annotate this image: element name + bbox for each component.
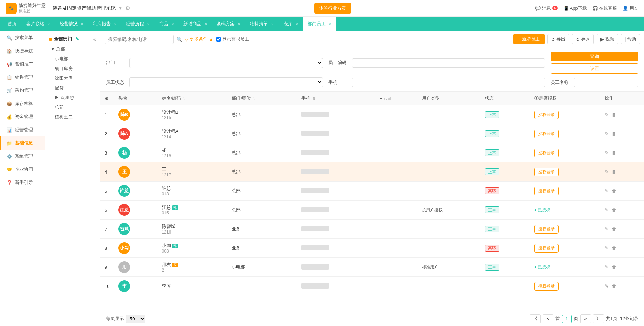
filter-emp-status-select[interactable] xyxy=(129,77,323,87)
delete-icon[interactable]: 🗑 xyxy=(611,169,616,175)
next-page-btn[interactable]: ＞ xyxy=(580,314,591,323)
current-page[interactable]: 1 xyxy=(562,315,572,323)
experience-btn[interactable]: 体验行业方案 xyxy=(314,3,351,14)
first-page-btn[interactable]: 《 xyxy=(530,314,541,323)
tab-barcode-close[interactable]: × xyxy=(238,22,240,26)
sidebar-item-basic[interactable]: 📁 基础信息 xyxy=(0,136,45,150)
filter-phone-input[interactable] xyxy=(352,78,545,87)
delete-icon[interactable]: 🗑 xyxy=(611,207,616,213)
auth-btn[interactable]: 授权登录 xyxy=(534,111,559,119)
tab-barcode[interactable]: 条码方案 × xyxy=(212,17,245,31)
auth-btn[interactable]: 授权登录 xyxy=(534,130,559,138)
tab-warehouse-close[interactable]: × xyxy=(296,22,298,26)
auth-btn[interactable]: 授权登录 xyxy=(534,225,559,234)
edit-icon[interactable]: ✎ xyxy=(605,245,609,251)
page-size-select[interactable]: 50 100 xyxy=(126,315,145,323)
tab-profit[interactable]: 利润报告 × xyxy=(88,17,121,31)
sidebar-item-finance[interactable]: 💰 资金管理 xyxy=(0,110,45,123)
view-btn[interactable]: ▶ 视频 xyxy=(597,34,618,44)
edit-icon[interactable]: ✎ xyxy=(605,131,609,136)
dept-item-project-storage[interactable]: 项目库房 xyxy=(48,64,97,73)
tab-customer[interactable]: 客户联络 × xyxy=(21,17,55,31)
message-btn[interactable]: 💬 消息 6 xyxy=(535,5,558,11)
query-btn[interactable]: 查询 xyxy=(551,52,638,61)
sidebar-item-search[interactable]: 🔍 搜索菜单 xyxy=(0,31,45,44)
tab-home[interactable]: 首页 xyxy=(3,17,21,31)
sidebar-item-nav[interactable]: 🏠 快捷导航 xyxy=(0,44,45,58)
edit-icon[interactable]: ✎ xyxy=(605,207,609,213)
sidebar-item-guide[interactable]: ❓ 新手引导 xyxy=(0,176,45,189)
edit-icon[interactable]: ✎ xyxy=(605,150,609,156)
delete-icon[interactable]: 🗑 xyxy=(611,264,616,270)
more-btn[interactable]: | 帮助 xyxy=(621,34,640,44)
sidebar-item-sales[interactable]: 📋 销售管理 xyxy=(0,71,45,84)
import-btn[interactable]: ↻ 导入 xyxy=(572,34,594,44)
tab-bom[interactable]: 物料清单 × xyxy=(245,17,278,31)
dept-item-hq[interactable]: 总部 xyxy=(48,103,97,112)
show-resigned-label[interactable]: 显示离职员工 xyxy=(216,36,249,42)
col-settings[interactable]: ⚙ xyxy=(100,92,114,105)
dept-tree-collapse-icon[interactable]: « xyxy=(93,37,96,42)
tab-history-close[interactable]: × xyxy=(147,22,149,26)
delete-icon[interactable]: 🗑 xyxy=(611,245,616,251)
col-name[interactable]: 姓名/编码 ⇅ xyxy=(158,92,228,105)
edit-icon[interactable]: ✎ xyxy=(605,264,609,270)
dept-tree-edit-icon[interactable]: ✎ xyxy=(75,37,79,42)
more-filter-btn[interactable]: ▽ 更多条件 ▲ xyxy=(185,36,214,42)
delete-icon[interactable]: 🗑 xyxy=(611,112,616,117)
tab-operations-close[interactable]: × xyxy=(81,22,83,26)
show-resigned-checkbox[interactable] xyxy=(216,37,221,42)
tab-employees[interactable]: 部门员工 × xyxy=(303,17,336,31)
online-service-btn[interactable]: 🎧 在线客服 xyxy=(592,5,617,11)
filter-emp-name-input[interactable] xyxy=(574,78,638,87)
sidebar-item-marketing[interactable]: 📢 营销推广 xyxy=(0,58,45,71)
auth-btn[interactable]: 授权登录 xyxy=(534,282,559,291)
edit-icon[interactable]: ✎ xyxy=(605,226,609,232)
auth-btn[interactable]: 授权登录 xyxy=(534,244,559,253)
tab-product-close[interactable]: × xyxy=(172,22,174,26)
add-employee-btn[interactable]: + 新增员工 xyxy=(513,34,545,44)
dept-item-plant[interactable]: 植树王二 xyxy=(48,112,97,122)
sidebar-item-collab[interactable]: 🤝 企业协同 xyxy=(0,163,45,176)
edit-icon[interactable]: ✎ xyxy=(605,112,609,117)
tab-product[interactable]: 商品 × xyxy=(154,17,179,31)
dept-item-small-elec[interactable]: 小电部 xyxy=(48,54,97,64)
edit-icon[interactable]: ✎ xyxy=(605,169,609,175)
col-dept[interactable]: 部门/职位 ⇅ xyxy=(227,92,297,105)
delete-icon[interactable]: 🗑 xyxy=(611,283,616,289)
tab-profit-close[interactable]: × xyxy=(114,22,116,26)
filter-emp-code-input[interactable] xyxy=(352,58,545,68)
delete-icon[interactable]: 🗑 xyxy=(611,226,616,232)
edit-icon[interactable]: ✎ xyxy=(605,188,609,194)
tab-new-product[interactable]: 新增商品 × xyxy=(179,17,212,31)
app-download-btn[interactable]: 📱 App下载 xyxy=(563,5,587,11)
edit-icon[interactable]: ✎ xyxy=(605,283,609,289)
dept-item-shenyang[interactable]: 沈阳大库 xyxy=(48,73,97,83)
prev-page-btn[interactable]: ＜ xyxy=(543,314,553,323)
tab-operations[interactable]: 经营情况 × xyxy=(55,17,88,31)
search-input[interactable] xyxy=(105,35,174,44)
delete-icon[interactable]: 🗑 xyxy=(611,131,616,136)
tab-customer-close[interactable]: × xyxy=(48,22,50,26)
set-btn[interactable]: 设置 xyxy=(551,63,638,74)
dept-item-distribution[interactable]: 配货 xyxy=(48,83,97,93)
settings-col-icon[interactable]: ⚙ xyxy=(105,96,109,101)
filter-dept-select[interactable] xyxy=(129,58,323,68)
auth-btn[interactable]: 授权登录 xyxy=(534,149,559,157)
settings-icon[interactable]: ⚙ xyxy=(125,5,130,11)
auth-btn[interactable]: 授权登录 xyxy=(534,168,559,176)
tab-employees-close[interactable]: × xyxy=(329,22,331,26)
export-btn[interactable]: ↺ 导出 xyxy=(547,34,569,44)
tab-new-product-close[interactable]: × xyxy=(205,22,207,26)
tab-history[interactable]: 经营历程 × xyxy=(121,17,154,31)
tab-bom-close[interactable]: × xyxy=(271,22,273,26)
delete-icon[interactable]: 🗑 xyxy=(611,188,616,194)
sidebar-item-inventory[interactable]: 📦 库存核算 xyxy=(0,97,45,110)
col-phone[interactable]: 手机 ⇅ xyxy=(297,92,375,105)
dept-item-double[interactable]: ▶ 双座想 xyxy=(48,93,97,103)
sidebar-item-system[interactable]: ⚙️ 系统管理 xyxy=(0,150,45,163)
search-icon-btn[interactable]: 🔍 xyxy=(176,37,182,42)
user-btn[interactable]: 👤 用友 xyxy=(623,5,638,11)
sidebar-item-management[interactable]: 📊 经营管理 xyxy=(0,123,45,136)
last-page-btn[interactable]: 》 xyxy=(593,314,604,323)
